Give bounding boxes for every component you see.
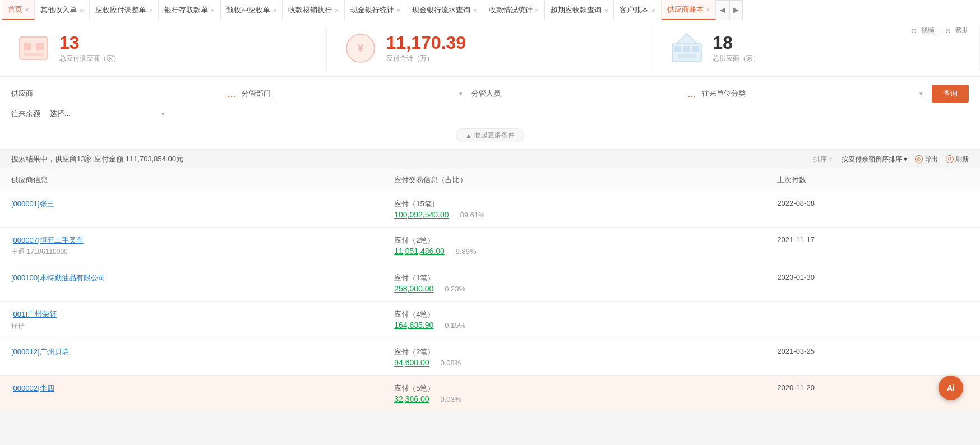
help-link[interactable]: 帮助: [955, 26, 969, 35]
person-input[interactable]: [507, 87, 686, 100]
close-ar-ap-adjust-tab[interactable]: ×: [149, 7, 152, 13]
supplier-cell-6: [000002]李四: [11, 383, 394, 393]
table-row: [000001]张三 应付（15笔） 100,092,540.00 89.61%…: [0, 191, 980, 228]
trans-row-5: 94,600.00 0.08%: [394, 358, 777, 367]
results-info: 搜索结果中，供应商13家 应付金额 111,703,854.00元: [11, 154, 183, 164]
tab-bank-deposit[interactable]: 银行存取款单 ×: [159, 0, 220, 20]
close-pre-collect-tab[interactable]: ×: [273, 7, 276, 13]
close-collect-stat-tab[interactable]: ×: [535, 7, 539, 13]
close-customer-book-tab[interactable]: ×: [651, 7, 655, 13]
category-select-wrap: [750, 87, 927, 100]
export-label: 导出: [924, 155, 938, 164]
trans-percent-4: 0.15%: [445, 321, 465, 330]
category-select[interactable]: [750, 87, 927, 100]
export-button[interactable]: ⊙ 导出: [915, 155, 938, 164]
close-supplier-book-tab[interactable]: ×: [706, 6, 710, 13]
table-row: [000100]本特勤油品有限公司 应付（1笔） 258,000.00 0.23…: [0, 265, 980, 302]
close-other-income-tab[interactable]: ×: [80, 7, 83, 13]
tab-pre-collect-label: 预收冲应收单: [226, 5, 270, 15]
close-home-tab[interactable]: ×: [25, 6, 29, 13]
summary-area: 13 总应付供应商（家） ¥ 11,170.39 应付合计（万） 18 总供应商…: [0, 20, 980, 77]
tab-ar-ap-adjust[interactable]: 应收应付调整单 ×: [90, 0, 159, 20]
video-link[interactable]: 视频: [921, 26, 935, 35]
tab-overdue-query-label: 超期应收款查询: [551, 5, 602, 15]
collapse-chevron-icon: ▲: [465, 132, 472, 140]
svg-rect-3: [24, 53, 44, 56]
supplier-dots[interactable]: ...: [227, 88, 235, 100]
close-bank-deposit-tab[interactable]: ×: [211, 7, 214, 13]
supplier-cell-5: [000012]广州贝瑞: [11, 347, 394, 357]
nav-right-arrow[interactable]: ▶: [729, 0, 743, 20]
filter-person: 分管人员 ...: [471, 87, 696, 100]
supplier-link-3[interactable]: [000100]本特勤油品有限公司: [11, 273, 394, 283]
trans-amount-6[interactable]: 32,366.00: [394, 395, 429, 404]
tab-cash-bank-stat[interactable]: 现金银行统计 ×: [345, 0, 406, 20]
filter-supplier: 供应商 ...: [11, 87, 236, 100]
col-header-supplier: 供应商信息: [11, 175, 394, 185]
tab-customer-book-label: 客户账本: [620, 5, 649, 15]
category-label: 往来单位分类: [702, 89, 746, 99]
tab-cash-flow-query[interactable]: 现金银行流水查询 ×: [406, 0, 483, 20]
tab-pre-collect[interactable]: 预收冲应收单 ×: [221, 0, 283, 20]
ai-button[interactable]: Ai: [939, 376, 963, 400]
filter-row-2: 往来余额 选择...: [11, 107, 969, 120]
transaction-cell-1: 应付（15笔） 100,092,540.00 89.61%: [394, 199, 777, 219]
ap-total-value: 11,170.39: [386, 34, 466, 52]
trans-percent-5: 0.08%: [440, 359, 461, 367]
results-actions: 排序： 按应付余额倒序排序 ▾ ⊙ 导出 ↺ 刷新: [813, 155, 969, 164]
query-button[interactable]: 查询: [932, 85, 969, 103]
trans-amount-2[interactable]: 11,051,486.00: [394, 247, 445, 256]
close-cash-flow-query-tab[interactable]: ×: [473, 7, 477, 13]
total-suppliers-label: 总供应商（家）: [713, 54, 760, 63]
tab-supplier-book[interactable]: 供应商账本 ×: [662, 0, 716, 20]
ap-total-label: 应付合计（万）: [386, 54, 466, 63]
svg-rect-9: [692, 46, 699, 52]
tab-collect-stat[interactable]: 收款情况统计 ×: [483, 0, 545, 20]
supplier-link-2[interactable]: [000007]恒旺二手叉车: [11, 235, 394, 245]
trans-amount-5[interactable]: 94,600.00: [394, 358, 429, 367]
tab-overdue-query[interactable]: 超期应收款查询 ×: [545, 0, 614, 20]
balance-label: 往来余额: [11, 109, 42, 119]
svg-rect-1: [24, 43, 31, 50]
transaction-cell-5: 应付（2笔） 94,600.00 0.08%: [394, 347, 777, 367]
refresh-button[interactable]: ↺ 刷新: [946, 155, 969, 164]
nav-left-arrow[interactable]: ◀: [716, 0, 729, 20]
sort-value[interactable]: 按应付余额倒序排序 ▾: [842, 155, 907, 164]
tab-ar-ap-adjust-label: 应收应付调整单: [95, 5, 146, 15]
supplier-input[interactable]: [47, 87, 226, 100]
tab-collect-verify[interactable]: 收款核销执行 ×: [283, 0, 344, 20]
supplier-link-6[interactable]: [000002]李四: [11, 383, 394, 393]
dept-select[interactable]: [277, 87, 466, 100]
help-icon: ⊙: [945, 27, 951, 35]
ap-suppliers-value: 13: [59, 34, 120, 52]
collapse-label: 收起更多条件: [474, 131, 515, 140]
dept-label: 分管部门: [242, 89, 272, 99]
supplier-cell-3: [000100]本特勤油品有限公司: [11, 273, 394, 283]
trans-amount-4[interactable]: 164,635.90: [394, 321, 433, 330]
export-icon: ⊙: [915, 155, 923, 163]
balance-select[interactable]: 选择...: [47, 107, 168, 120]
results-bar: 搜索结果中，供应商13家 应付金额 111,703,854.00元 排序： 按应…: [0, 150, 980, 169]
person-dots[interactable]: ...: [687, 88, 696, 100]
last-pay-5: 2021-03-25: [777, 347, 969, 355]
trans-amount-3[interactable]: 258,000.00: [394, 284, 433, 293]
table-row: [000002]李四 应付（5笔） 32,366.00 0.03% 2020-1…: [0, 376, 980, 412]
transaction-cell-6: 应付（5笔） 32,366.00 0.03%: [394, 383, 777, 404]
filter-row-1: 供应商 ... 分管部门 分管人员 ... 往来单位分类 查询: [11, 85, 969, 103]
close-collect-verify-tab[interactable]: ×: [335, 7, 338, 13]
supplier-link-5[interactable]: [000012]广州贝瑞: [11, 347, 394, 357]
tab-other-income[interactable]: 其他收入单 ×: [35, 0, 89, 20]
summary-card-ap-total: ¥ 11,170.39 应付合计（万）: [327, 26, 654, 71]
close-cash-bank-stat-tab[interactable]: ×: [397, 7, 400, 13]
tab-home[interactable]: 首页 ×: [2, 0, 35, 20]
trans-amount-1[interactable]: 100,092,540.00: [394, 210, 449, 219]
refresh-icon: ↺: [946, 155, 954, 163]
supplier-link-4[interactable]: [001]广州荣轩: [11, 309, 394, 319]
tab-other-income-label: 其他收入单: [40, 5, 77, 15]
collapse-row: ▲ 收起更多条件: [11, 125, 969, 145]
collapse-button[interactable]: ▲ 收起更多条件: [456, 128, 524, 142]
supplier-link-1[interactable]: [000001]张三: [11, 199, 394, 209]
tab-customer-book[interactable]: 客户账本 ×: [614, 0, 661, 20]
close-overdue-query-tab[interactable]: ×: [604, 7, 608, 13]
last-pay-2: 2021-11-17: [777, 235, 969, 244]
